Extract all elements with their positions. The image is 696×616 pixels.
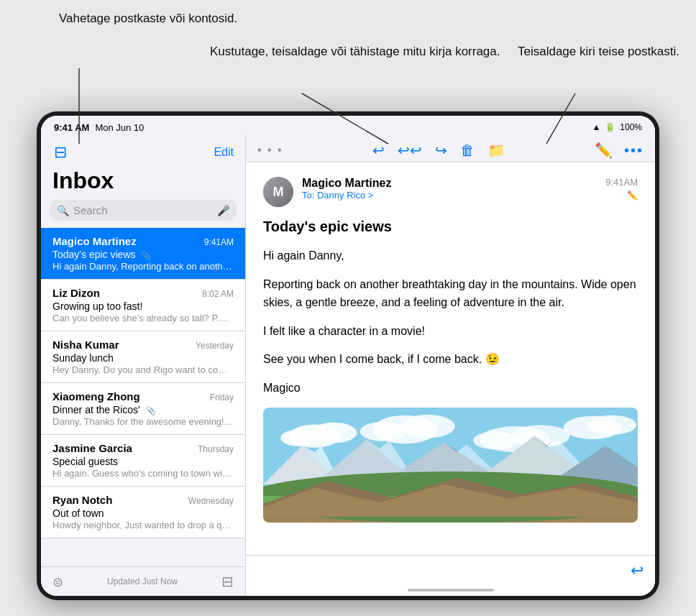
compose-icon: ✏️ bbox=[595, 142, 613, 158]
mail-item-5[interactable]: Ryan Notch Wednesday Out of town Howdy n… bbox=[41, 487, 245, 538]
mail-subject-1: Growing up too fast! bbox=[52, 300, 234, 312]
mail-sender-5: Ryan Notch bbox=[52, 494, 112, 506]
updated-text: Updated Just Now bbox=[107, 576, 178, 587]
annotation-top-center: Kustutage, teisaldage või tähistage mitu… bbox=[210, 43, 500, 60]
status-right: ▲ 🔋 100% bbox=[592, 122, 642, 132]
reply-action-icon: ↩ bbox=[631, 561, 644, 579]
sender-avatar: M bbox=[263, 177, 293, 207]
sidebar-toggle-button[interactable]: ⊟ bbox=[52, 142, 68, 163]
mail-preview-4: Hi again. Guess who's coming to town wit… bbox=[52, 468, 234, 479]
mic-icon[interactable]: 🎤 bbox=[217, 205, 229, 216]
edit-button[interactable]: Edit bbox=[214, 146, 234, 159]
email-body-line-1: Reporting back on another breathtaking d… bbox=[263, 275, 638, 312]
email-time: 9:41AM bbox=[605, 177, 638, 188]
annotation-top-right: Teisaldage kiri teise postkasti. bbox=[518, 43, 679, 60]
home-indicator bbox=[246, 586, 655, 596]
attachment-icon-0: 📎 bbox=[141, 251, 151, 259]
email-to[interactable]: To: Danny Rico > bbox=[302, 190, 597, 201]
wifi-icon: ▲ bbox=[592, 122, 600, 132]
reply-all-button[interactable]: ↩↩ bbox=[398, 142, 422, 159]
status-time: 9:41 AM bbox=[54, 122, 89, 133]
more-options-dots[interactable]: • • • bbox=[257, 144, 283, 157]
mail-subject-5: Out of town bbox=[52, 507, 234, 519]
more-icon: ••• bbox=[624, 142, 644, 158]
email-body: Hi again Danny, Reporting back on anothe… bbox=[263, 247, 638, 397]
attachment-icon-3: 📎 bbox=[146, 406, 156, 415]
mail-item-3[interactable]: Xiaomeng Zhong Friday Dinner at the Rico… bbox=[41, 383, 245, 435]
email-header: M Magico Martinez To: Danny Rico > 9:41A… bbox=[263, 177, 638, 207]
compose-button[interactable]: ✏️ bbox=[595, 142, 613, 159]
mail-time-3: Friday bbox=[210, 392, 234, 403]
mail-item-1[interactable]: Liz Dizon 8:02 AM Growing up too fast! C… bbox=[41, 280, 245, 331]
forward-button[interactable]: ↪ bbox=[435, 142, 447, 159]
email-content: M Magico Martinez To: Danny Rico > 9:41A… bbox=[246, 162, 655, 555]
mail-preview-3: Danny, Thanks for the awesome evening! I… bbox=[52, 416, 234, 427]
folder-icon: 📁 bbox=[487, 142, 505, 158]
mail-list-panel: ⊟ Edit Inbox 🔍 Search 🎤 Magico Mar bbox=[41, 136, 246, 596]
annotation-top-left: Vahetage postkaste või kontosid. bbox=[59, 10, 237, 27]
svg-point-12 bbox=[473, 431, 518, 449]
mailboxes-button[interactable]: ⊟ bbox=[221, 573, 234, 590]
mail-item-4[interactable]: Jasmine Garcia Thursday Special guests H… bbox=[41, 435, 245, 487]
email-body-line-3: See you when I come back, if I come back… bbox=[263, 350, 638, 369]
email-body-line-0: Hi again Danny, bbox=[263, 247, 638, 265]
mail-time-5: Wednesday bbox=[188, 496, 234, 506]
reply-bar: ↩ bbox=[246, 555, 655, 586]
email-subject: Today's epic views bbox=[263, 219, 638, 235]
toolbar-actions: ↩ ↩↩ ↪ 🗑 📁 bbox=[372, 142, 505, 159]
toolbar-right: • • • ↩ ↩↩ ↪ 🗑 bbox=[246, 136, 655, 162]
search-placeholder: Search bbox=[73, 204, 213, 216]
forward-icon: ↪ bbox=[435, 142, 447, 158]
email-body-line-4: Magico bbox=[263, 379, 638, 397]
mail-time-1: 8:02 AM bbox=[202, 289, 234, 299]
mail-time-2: Yesterday bbox=[196, 341, 234, 351]
mail-preview-5: Howdy neighbor, Just wanted to drop a qu… bbox=[52, 520, 234, 530]
svg-point-5 bbox=[311, 422, 357, 443]
inbox-title: Inbox bbox=[41, 166, 245, 200]
mail-subject-3: Dinner at the Ricos' 📎 bbox=[52, 404, 234, 415]
email-detail-panel: • • • ↩ ↩↩ ↪ 🗑 bbox=[246, 136, 655, 596]
search-bar[interactable]: 🔍 Search 🎤 bbox=[50, 200, 237, 221]
email-edit-icon: ✏️ bbox=[627, 190, 638, 201]
mail-preview-2: Hey Danny, Do you and Rigo want to come … bbox=[52, 364, 234, 375]
toolbar-right-actions: ✏️ ••• bbox=[595, 142, 644, 159]
mail-sender-3: Xiaomeng Zhong bbox=[52, 390, 140, 403]
reply-all-icon: ↩↩ bbox=[398, 142, 422, 158]
svg-point-8 bbox=[400, 414, 454, 437]
ipad-frame: 9:41 AM Mon Jun 10 ▲ 🔋 100% ⊟ Edit bbox=[37, 111, 659, 600]
reply-button[interactable]: ↩ bbox=[372, 142, 385, 159]
mail-preview-1: Can you believe she's already so tall? P… bbox=[52, 313, 234, 323]
email-attachment-image bbox=[263, 408, 638, 523]
mail-sender-1: Liz Dizon bbox=[52, 287, 100, 299]
battery-icon: 🔋 bbox=[605, 122, 615, 132]
bottom-bar-left: ⊜ Updated Just Now ⊟ bbox=[41, 566, 245, 596]
battery-percent: 100% bbox=[620, 122, 642, 132]
svg-point-6 bbox=[280, 429, 316, 446]
filter-button[interactable]: ⊜ bbox=[52, 574, 63, 590]
more-button[interactable]: ••• bbox=[624, 142, 644, 159]
home-bar bbox=[408, 589, 494, 592]
email-body-line-2: I felt like a character in a movie! bbox=[263, 322, 638, 341]
mailboxes-icon: ⊟ bbox=[221, 574, 234, 589]
svg-point-9 bbox=[360, 421, 406, 441]
main-content: ⊟ Edit Inbox 🔍 Search 🎤 Magico Mar bbox=[41, 136, 655, 596]
mail-item-2[interactable]: Nisha Kumar Yesterday Sunday lunch Hey D… bbox=[41, 331, 245, 383]
mail-subject-4: Special guests bbox=[52, 456, 234, 467]
mail-sender-4: Jasmine Garcia bbox=[52, 442, 132, 454]
toolbar-left: ⊟ Edit bbox=[41, 136, 245, 166]
ipad-screen: 9:41 AM Mon Jun 10 ▲ 🔋 100% ⊟ Edit bbox=[41, 116, 655, 596]
mail-time-0: 9:41AM bbox=[204, 237, 234, 247]
trash-icon: 🗑 bbox=[460, 142, 475, 158]
trash-button[interactable]: 🗑 bbox=[460, 142, 475, 159]
move-folder-button[interactable]: 📁 bbox=[487, 142, 505, 159]
mail-sender-0: Magico Martinez bbox=[52, 235, 137, 247]
mail-subject-2: Sunday lunch bbox=[52, 352, 234, 364]
mail-preview-0: Hi again Danny, Reporting back on anothe… bbox=[52, 261, 234, 272]
filter-icon: ⊜ bbox=[52, 575, 63, 589]
status-date: Mon Jun 10 bbox=[95, 122, 144, 133]
search-icon: 🔍 bbox=[57, 205, 69, 216]
mail-item-0[interactable]: Magico Martinez 9:41AM Today's epic view… bbox=[41, 228, 245, 280]
email-time-area: 9:41AM ✏️ bbox=[605, 177, 638, 201]
reply-action-button[interactable]: ↩ bbox=[631, 561, 644, 580]
mail-sender-2: Nisha Kumar bbox=[52, 339, 119, 351]
